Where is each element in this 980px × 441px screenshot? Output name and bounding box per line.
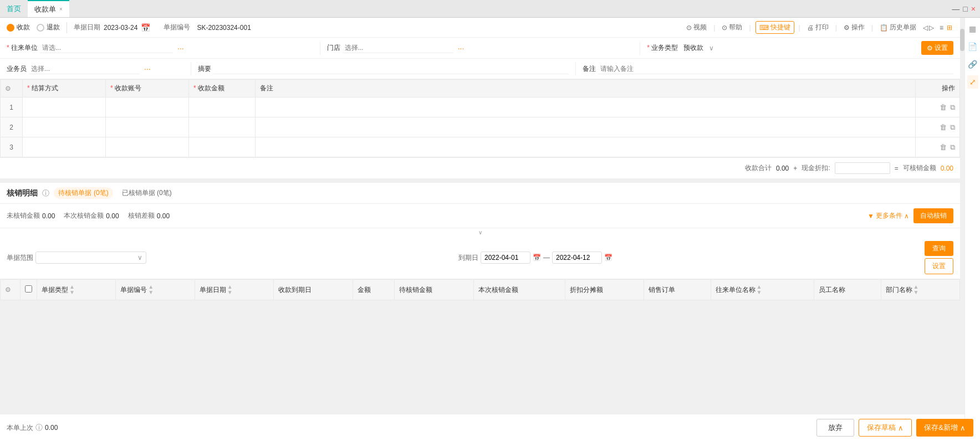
receipt-table: ⚙ 结算方式 收款账号 收款金额 备注	[0, 79, 960, 157]
calendar-icon[interactable]: 📅	[141, 23, 150, 32]
grid-view-icon[interactable]: ⊞	[946, 23, 953, 33]
maximize-icon[interactable]: □	[963, 4, 967, 13]
row-2-remark[interactable]	[256, 117, 916, 137]
row-1-account[interactable]	[106, 98, 189, 117]
summary-input[interactable]	[213, 64, 569, 74]
discount-input[interactable]	[835, 162, 890, 174]
save-draft-btn[interactable]: 保存草稿 ∧	[859, 419, 912, 437]
staff-more-btn[interactable]: ···	[142, 64, 153, 73]
auto-verify-btn[interactable]: 自动核销	[913, 208, 953, 223]
print-btn[interactable]: 🖨 打印	[805, 22, 831, 33]
verify-settings-btn[interactable]: 设置	[925, 258, 953, 274]
remark-field: 备注	[583, 64, 953, 74]
footer-info-icon[interactable]: ⓘ	[35, 423, 43, 433]
receipt-radio[interactable]: 收款	[7, 23, 30, 32]
from-date-input[interactable]	[481, 252, 530, 264]
row-3-account[interactable]	[106, 137, 189, 157]
scrollbar[interactable]	[960, 18, 964, 419]
save-new-btn[interactable]: 保存&新增 ∧	[916, 419, 973, 437]
video-btn[interactable]: ⊙ 视频	[684, 22, 709, 33]
receipt-table-header-row: ⚙ 结算方式 收款账号 收款金额 备注	[1, 80, 960, 98]
row-3-payment[interactable]	[23, 137, 106, 157]
tab-home[interactable]: 首页	[0, 0, 28, 17]
pending-verify-tab[interactable]: 待核销单据 (0笔)	[54, 187, 113, 199]
select-all-checkbox[interactable]	[25, 285, 32, 293]
counterpart-label: 往来单位名称	[716, 285, 756, 295]
refund-radio[interactable]: 退款	[37, 23, 60, 32]
table-settings-icon[interactable]: ⚙	[5, 85, 11, 93]
store-more-btn[interactable]: ···	[456, 44, 467, 53]
store-input[interactable]	[343, 43, 453, 53]
bottom-table-settings-icon[interactable]: ⚙	[5, 286, 11, 294]
bill-no-sort[interactable]: ▲▼	[148, 284, 154, 295]
stats-row: 未核销金额 0.00 本次核销金额 0.00 核销差额 0.00 ▼ 更多条件 …	[0, 204, 960, 228]
row-1-remark[interactable]	[256, 98, 916, 117]
counterpart-more-btn[interactable]: ···	[175, 44, 186, 53]
bill-date-sort[interactable]: ▲▼	[227, 284, 233, 295]
history-btn[interactable]: 📋 历史单据	[877, 22, 918, 33]
biz-type-dropdown[interactable]: ∨	[709, 44, 714, 52]
more-filter-label: 更多条件	[876, 211, 902, 221]
counterpart-input[interactable]	[40, 43, 173, 53]
bill-range-select[interactable]: ∨	[35, 252, 146, 264]
row-1-delete-icon[interactable]: 🗑	[940, 103, 947, 112]
from-calendar-icon[interactable]: 📅	[533, 254, 541, 261]
footer-value: 0.00	[45, 424, 58, 432]
help-btn[interactable]: ⊙ 帮助	[719, 22, 744, 33]
row-3-remark[interactable]	[256, 137, 916, 157]
list-view-icon[interactable]: ≡	[938, 23, 945, 33]
row-2-account[interactable]	[106, 117, 189, 137]
row-2-actions: 🗑 ⧉	[916, 117, 960, 137]
staff-col: 员工名称	[814, 280, 881, 300]
receipt-radio-dot	[7, 24, 14, 32]
next-arrow[interactable]: ▷	[929, 24, 934, 32]
row-3-delete-icon[interactable]: 🗑	[940, 143, 947, 152]
row-3-amount[interactable]	[189, 137, 256, 157]
more-filter-btn[interactable]: ▼ 更多条件 ∧	[867, 211, 909, 221]
row-3-copy-icon[interactable]: ⧉	[950, 143, 955, 152]
verify-section: 核销明细 ⓘ 待核销单据 (0笔) 已核销单据 (0笔) 未核销金额 0.00 …	[0, 183, 960, 300]
bill-no-info: 单据编号 SK-20230324-001	[164, 23, 251, 32]
abandon-btn[interactable]: 放弃	[816, 419, 854, 437]
remark-input[interactable]	[598, 64, 953, 74]
minimize-icon[interactable]: —	[952, 4, 959, 13]
pending-col: 待核销金额	[395, 280, 474, 300]
verified-tab[interactable]: 已核销单据 (0笔)	[118, 187, 176, 199]
sidebar-doc-icon[interactable]: 📄	[966, 40, 979, 53]
collapse-chevron[interactable]: ∨	[478, 229, 482, 235]
prev-arrow[interactable]: ◁	[923, 24, 928, 32]
staff-input[interactable]	[29, 64, 140, 74]
scrollbar-thumb[interactable]	[960, 29, 964, 51]
row-1-payment[interactable]	[23, 98, 106, 117]
operation-btn[interactable]: ⚙ 操作	[841, 22, 867, 33]
tab-close-icon[interactable]: ×	[59, 6, 63, 12]
sidebar-link-icon[interactable]: 🔗	[966, 58, 979, 71]
bill-range-dropdown-icon: ∨	[137, 254, 142, 261]
dept-sort[interactable]: ▲▼	[913, 284, 919, 295]
shortcut-btn[interactable]: ⌨ 快捷键	[756, 21, 794, 34]
settings-btn[interactable]: ⚙ 设置	[921, 41, 953, 55]
tab-receipt[interactable]: 收款单 ×	[28, 0, 69, 17]
sidebar-table-icon[interactable]: ▦	[967, 22, 978, 35]
sidebar-expand-icon[interactable]: ⤢	[967, 75, 978, 89]
row-1-copy-icon[interactable]: ⧉	[950, 103, 955, 112]
to-date-input[interactable]	[552, 252, 602, 264]
bill-type-sort[interactable]: ▲▼	[69, 284, 75, 295]
biz-type-value: 预收款	[680, 43, 707, 53]
counterpart-sort[interactable]: ▲▼	[757, 284, 762, 295]
row-2-payment[interactable]	[23, 117, 106, 137]
shortcut-icon: ⌨	[759, 24, 769, 32]
verify-info-icon[interactable]: ⓘ	[42, 188, 49, 198]
row-2-amount[interactable]	[189, 117, 256, 137]
close-icon[interactable]: ×	[971, 4, 976, 13]
row-2-no: 2	[1, 117, 23, 137]
query-btn[interactable]: 查询	[925, 241, 953, 256]
row-2-delete-icon[interactable]: 🗑	[940, 123, 947, 132]
row-1-amount[interactable]	[189, 98, 256, 117]
summary-row: 收款合计 0.00 + 现金折扣: = 可核销金额 0.00	[0, 157, 960, 178]
row-2-copy-icon[interactable]: ⧉	[950, 123, 955, 132]
staff-field: 业务员 ···	[7, 64, 184, 74]
to-calendar-icon[interactable]: 📅	[604, 254, 612, 261]
staff-label: 业务员	[7, 64, 27, 74]
store-field: 门店 ···	[327, 43, 634, 53]
